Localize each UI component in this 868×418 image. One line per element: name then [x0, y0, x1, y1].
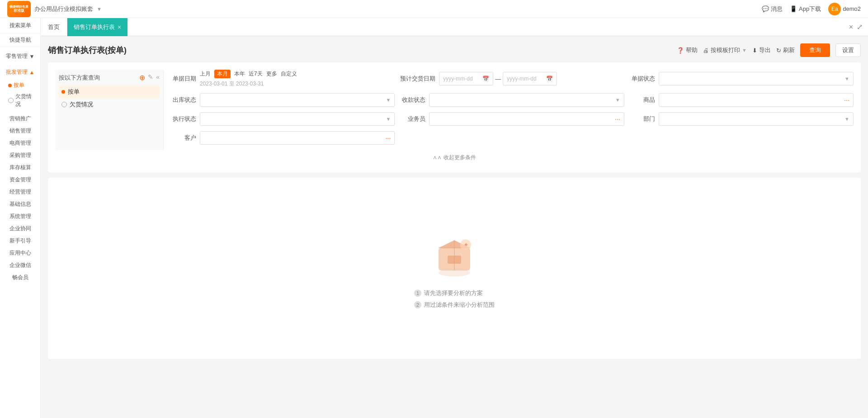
sidebar-item-inventory[interactable]: 库存核算 [0, 162, 40, 174]
date-tab-custom[interactable]: 自定义 [281, 70, 297, 78]
shortage-circle [8, 98, 14, 103]
salesperson-ellipsis[interactable]: ··· [615, 115, 620, 123]
filter-body: 按以下方案查询 ⊕ ✎ « 按单 [55, 70, 854, 150]
window-expand-button[interactable]: ⤢ [857, 23, 863, 31]
tab-close-button[interactable]: × [118, 24, 121, 31]
tab-home[interactable]: 首页 [41, 18, 67, 36]
filter-salesperson-field: 业务员 ··· [400, 112, 624, 126]
export-button[interactable]: ⬇ 导出 [752, 46, 771, 54]
date-tab-more[interactable]: 更多 [266, 70, 277, 78]
scheme-item-order[interactable]: 按单 [59, 86, 160, 98]
content-area: 首页 销售订单执行表 × × ⤢ 销售订单执行表(按单) ❓ [41, 18, 868, 418]
customer-input[interactable]: ··· [200, 131, 395, 145]
sidebar-item-basic[interactable]: 基础信息 [0, 198, 40, 210]
avatar-text: Ea [831, 6, 838, 12]
department-select[interactable]: ▼ [659, 112, 854, 126]
product-ellipsis[interactable]: ··· [844, 96, 849, 104]
collapse-bar[interactable]: ∧∧ 收起更多条件 [55, 150, 854, 165]
query-button[interactable]: 查询 [800, 43, 830, 57]
app-download-button[interactable]: 📱 App下载 [790, 5, 821, 13]
department-chevron: ▼ [844, 116, 849, 122]
message-icon: 💬 [762, 5, 769, 12]
date-tab-7days[interactable]: 近7天 [249, 70, 263, 78]
salesperson-input[interactable]: ··· [429, 112, 624, 126]
tab-active[interactable]: 销售订单执行表 × [67, 18, 127, 36]
filter-row-4: 客户 ··· [171, 131, 854, 145]
tab-bar: 首页 销售订单执行表 × × ⤢ [41, 18, 868, 36]
sidebar-item-apps[interactable]: 应用中心 [0, 247, 40, 259]
sidebar-item-sales-order[interactable]: 按单 [5, 80, 35, 91]
date-label: 单据日期 [171, 75, 196, 83]
top-bar-dropdown-icon[interactable]: ▼ [97, 6, 102, 12]
help-button[interactable]: ❓ 帮助 [677, 46, 698, 54]
status-select[interactable]: ▼ [659, 72, 854, 86]
delivery-select[interactable]: ▼ [200, 93, 395, 107]
payment-select[interactable]: ▼ [429, 93, 624, 107]
date-to-placeholder: yyyy-mm-dd [507, 76, 536, 82]
expected-date-to[interactable]: yyyy-mm-dd 📅 [503, 72, 557, 86]
page-title: 销售订单执行表(按单) [48, 45, 127, 56]
execution-select[interactable]: ▼ [200, 112, 395, 126]
content-main: ✦ 1 请先选择要分析的方案 2 用过滤条件来缩小分析范围 [48, 178, 861, 359]
tab-bar-controls: × ⤢ [849, 23, 868, 31]
user-profile[interactable]: Ea demo2 [828, 3, 861, 15]
scheme-edit-icon[interactable]: ✎ [148, 73, 153, 82]
collapse-label: 收起更多条件 [443, 154, 476, 161]
calendar-to-icon: 📅 [546, 76, 553, 82]
empty-tip-2: 2 用过滤条件来缩小分析范围 [414, 301, 495, 309]
sidebar-item-member[interactable]: 畅会员 [0, 271, 40, 284]
delivery-chevron: ▼ [386, 97, 391, 103]
message-button[interactable]: 💬 消息 [762, 5, 783, 13]
header-actions: ❓ 帮助 🖨 按模板打印 ▼ ⬇ 导出 ↻ [677, 43, 861, 57]
refresh-button[interactable]: ↻ 刷新 [776, 46, 795, 54]
sidebar-item-purchase[interactable]: 采购管理 [0, 149, 40, 162]
scheme-collapse-icon[interactable]: « [156, 73, 160, 82]
delivery-label: 出库状态 [171, 96, 196, 104]
top-bar-left: 畅捷销好生意 标准版 办公用品行业模拟账套 ▼ [7, 1, 102, 17]
filter-expected-date-field: 预计交货日期 yyyy-mm-dd 📅 — yyyy-mm-d [400, 70, 624, 88]
scheme-add-icon[interactable]: ⊕ [139, 73, 145, 82]
logo-subtext: 标准版 [14, 9, 24, 13]
filter-payment-field: 收款状态 ▼ [400, 93, 624, 107]
sidebar-item-sales-mgmt[interactable]: 销售管理 [0, 125, 40, 137]
date-tab-thismonth[interactable]: 本月 [214, 70, 231, 78]
sidebar-item-wholesale[interactable]: 批发管理 ▲ [2, 66, 38, 78]
customer-ellipsis[interactable]: ··· [386, 134, 391, 142]
date-tab-lastmonth[interactable]: 上月 [200, 70, 211, 78]
print-button[interactable]: 🖨 按模板打印 ▼ [703, 46, 747, 54]
settings-button[interactable]: 设置 [835, 43, 861, 57]
scheme-item-shortage[interactable]: 欠货情况 [59, 98, 160, 111]
window-close-button[interactable]: × [849, 23, 853, 31]
sidebar-item-shortage[interactable]: 欠货情况 [5, 91, 35, 110]
sidebar-item-retail[interactable]: 零售管理 ▼ [2, 51, 38, 62]
sidebar-item-wechat[interactable]: 企业微信 [0, 259, 40, 271]
scheme-icons: ⊕ ✎ « [139, 73, 160, 82]
sidebar-search[interactable]: 搜索菜单 [0, 18, 40, 33]
help-icon: ❓ [677, 47, 684, 54]
sidebar-quick-nav[interactable]: 快捷导航 [0, 33, 40, 47]
expected-date-from[interactable]: yyyy-mm-dd 📅 [439, 72, 493, 86]
filter-main: 单据日期 上月 本月 本年 近7天 更多 自定义 [164, 70, 854, 150]
app-icon: 📱 [790, 5, 797, 12]
wholesale-label: 批发管理 [6, 68, 28, 76]
filter-row-3: 执行状态 ▼ 业务员 [171, 112, 854, 126]
sidebar-item-operation[interactable]: 经营管理 [0, 186, 40, 198]
message-label: 消息 [771, 5, 783, 13]
collapse-icon: ∧∧ [433, 154, 442, 161]
customer-label: 客户 [171, 134, 196, 142]
product-input[interactable]: ··· [659, 93, 854, 107]
sidebar-item-finance[interactable]: 资金管理 [0, 174, 40, 186]
sidebar-item-ecommerce[interactable]: 电商管理 [0, 137, 40, 149]
sidebar-item-system[interactable]: 系统管理 [0, 210, 40, 223]
sidebar-item-marketing[interactable]: 营销推广 [0, 113, 40, 125]
svg-rect-5 [448, 256, 461, 264]
scheme-active-dot [61, 90, 65, 94]
wholesale-chevron: ▲ [29, 69, 35, 76]
refresh-label: 刷新 [783, 46, 795, 54]
date-tab-thisyear[interactable]: 本年 [234, 70, 245, 78]
sidebar-item-newbie[interactable]: 新手引导 [0, 235, 40, 247]
tip-text-2: 用过滤条件来缩小分析范围 [424, 301, 495, 309]
sidebar-item-corp[interactable]: 企业协同 [0, 223, 40, 235]
export-label: 导出 [759, 46, 771, 54]
payment-label: 收款状态 [400, 96, 425, 104]
